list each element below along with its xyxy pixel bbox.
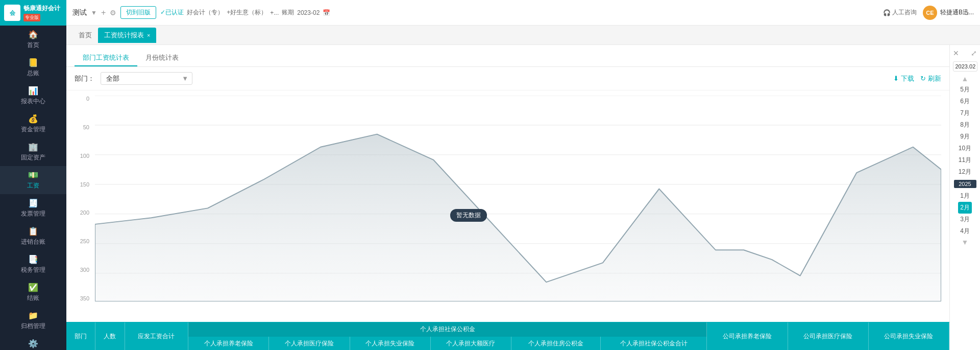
rp-month-10月[interactable]: 10月 bbox=[957, 143, 973, 154]
panel-expand-icon[interactable]: ⤢ bbox=[971, 49, 977, 57]
sidebar-label-invoice: 发票管理 bbox=[21, 209, 45, 218]
y-label-350: 350 bbox=[80, 295, 89, 301]
chart-svg: 暂无数据 bbox=[95, 96, 941, 301]
th-公司承担失业保险: 公司承担失业保险 bbox=[868, 322, 949, 350]
period-label: 账期 bbox=[282, 8, 294, 17]
summary-table: 部门人数应发工资合计个人承担社保公积金公司承担养老保险公司承担医疗保险公司承担失… bbox=[66, 322, 949, 350]
topbar: 测试 ▼ + ⚙ 切到旧版 ✓已认证 好会计（专） +好生意（标） +... 账… bbox=[66, 0, 980, 26]
panel-nav-down[interactable]: ▼ bbox=[950, 238, 980, 246]
tab-salary-report[interactable]: 工资统计报表 × bbox=[98, 28, 156, 43]
sidebar-item-settings[interactable]: ⚙️设置 bbox=[0, 335, 66, 350]
refresh-icon: ↻ bbox=[920, 75, 926, 82]
y-label-50: 50 bbox=[83, 124, 89, 130]
th-personal-个人承担大额医疗: 个人承担大额医疗 bbox=[430, 337, 511, 351]
sidebar-label-checkout: 结账 bbox=[27, 294, 39, 302]
sidebar-item-checkout[interactable]: ✅结账 bbox=[0, 278, 66, 307]
switch-to-old-btn[interactable]: 切到旧版 bbox=[120, 6, 156, 19]
topbar-title: 测试 bbox=[72, 8, 87, 17]
tab-home[interactable]: 首页 bbox=[72, 27, 98, 44]
period-value: 2023-02 bbox=[297, 9, 320, 16]
content-area: 部门工资统计表月份统计表 部门： 全部 ▼ ⬇ 下载 ↻ 刷新 bbox=[66, 45, 980, 350]
invoice-icon: 🧾 bbox=[28, 198, 38, 208]
right-panel-controls: ✕ ⤢ bbox=[950, 49, 980, 57]
download-button[interactable]: ⬇ 下载 bbox=[893, 74, 914, 83]
bottom-table: 部门人数应发工资合计个人承担社保公积金公司承担养老保险公司承担医疗保险公司承担失… bbox=[66, 322, 949, 350]
year-2025-label: 2025 bbox=[954, 180, 976, 188]
help-button[interactable]: 🎧 人工咨询 bbox=[883, 8, 917, 17]
tab-close-icon[interactable]: × bbox=[147, 32, 150, 38]
home-icon: 🏠 bbox=[28, 30, 38, 39]
topbar-right: 🎧 人工咨询 CE 轻捷通B迅... bbox=[883, 6, 974, 20]
account-type2: +好生意（标） bbox=[227, 8, 267, 17]
rp-month-5月[interactable]: 5月 bbox=[957, 84, 973, 96]
sidebar-label-tax: 税务管理 bbox=[21, 266, 45, 274]
y-label-200: 200 bbox=[80, 209, 89, 216]
user-menu[interactable]: CE 轻捷通B迅... bbox=[923, 6, 974, 20]
right-panel: ✕ ⤢ 2023.02 ▲ 5月6月7月8月9月10月11月12月 2025 1… bbox=[949, 45, 980, 350]
y-label-250: 250 bbox=[80, 238, 89, 244]
sidebar-item-sales[interactable]: 📋进销台账 bbox=[0, 222, 66, 250]
th-部门: 部门 bbox=[66, 322, 95, 350]
y-axis: 350300250200150100500 bbox=[75, 96, 92, 301]
th-应发工资合计: 应发工资合计 bbox=[125, 322, 188, 350]
sidebar: 会 畅康通好会计 专业版 🏠首页📒总账📊报表中心💰资金管理🏢固定资产💵工资🧾发票… bbox=[0, 0, 66, 350]
ledger-icon: 📒 bbox=[28, 58, 38, 67]
user-name: 轻捷通B迅... bbox=[940, 8, 974, 17]
th-公司承担医疗保险: 公司承担医疗保险 bbox=[788, 322, 868, 350]
calendar-icon[interactable]: 📅 bbox=[323, 9, 330, 16]
sidebar-item-home[interactable]: 🏠首页 bbox=[0, 26, 66, 54]
topbar-chevron-icon[interactable]: ▼ bbox=[91, 9, 97, 16]
th-公司承担养老保险: 公司承担养老保险 bbox=[707, 322, 788, 350]
sidebar-item-salary[interactable]: 💵工资 bbox=[0, 166, 66, 194]
sidebar-label-home: 首页 bbox=[27, 41, 39, 50]
panel-close-icon[interactable]: ✕ bbox=[953, 49, 959, 57]
sidebar-item-reports[interactable]: 📊报表中心 bbox=[0, 82, 66, 110]
account-type3: +... bbox=[270, 9, 279, 16]
rp-month-7月[interactable]: 7月 bbox=[957, 107, 973, 119]
th-personal-个人承担住房公积金: 个人承担住房公积金 bbox=[511, 337, 600, 351]
assets-icon: 🏢 bbox=[28, 142, 38, 152]
y-label-0: 0 bbox=[86, 96, 89, 102]
funds-icon: 💰 bbox=[28, 114, 38, 124]
rp-month-9月[interactable]: 9月 bbox=[957, 131, 973, 143]
subtab-monthly[interactable]: 月份统计表 bbox=[137, 50, 187, 66]
dept-select[interactable]: 全部 bbox=[101, 72, 192, 85]
dept-label: 部门： bbox=[75, 74, 94, 83]
subtabs: 部门工资统计表月份统计表 bbox=[66, 45, 949, 67]
account-type1: 好会计（专） bbox=[187, 8, 224, 17]
tax-icon: 📑 bbox=[28, 254, 38, 264]
main-content: 测试 ▼ + ⚙ 切到旧版 ✓已认证 好会计（专） +好生意（标） +... 账… bbox=[66, 0, 980, 350]
rp-month-6月[interactable]: 6月 bbox=[957, 96, 973, 107]
sidebar-item-archive[interactable]: 📁归档管理 bbox=[0, 307, 66, 335]
sidebar-label-sales: 进销台账 bbox=[21, 238, 45, 246]
rp-month-2025-4月[interactable]: 4月 bbox=[958, 225, 972, 237]
sidebar-item-tax[interactable]: 📑税务管理 bbox=[0, 250, 66, 278]
rp-month-2025-2月[interactable]: 2月 bbox=[958, 202, 972, 214]
refresh-button[interactable]: ↻ 刷新 bbox=[920, 74, 941, 83]
y-label-150: 150 bbox=[80, 181, 89, 188]
rp-month-11月[interactable]: 11月 bbox=[957, 154, 973, 166]
rp-month-12月[interactable]: 12月 bbox=[957, 166, 973, 178]
sidebar-item-assets[interactable]: 🏢固定资产 bbox=[0, 138, 66, 166]
dept-select-wrap: 全部 ▼ bbox=[101, 72, 192, 85]
subtab-dept[interactable]: 部门工资统计表 bbox=[75, 50, 137, 66]
rp-month-2025-3月[interactable]: 3月 bbox=[958, 214, 972, 225]
topbar-add-icon[interactable]: + bbox=[101, 8, 106, 17]
sidebar-label-ledger: 总账 bbox=[27, 69, 39, 78]
th-personal-个人承担社保公积金合计: 个人承担社保公积金合计 bbox=[600, 337, 707, 351]
th-personal-个人承担失业保险: 个人承担失业保险 bbox=[350, 337, 430, 351]
tabbar: 首页 工资统计报表 × bbox=[66, 26, 980, 45]
panel-nav-up[interactable]: ▲ bbox=[950, 75, 980, 83]
y-label-100: 100 bbox=[80, 153, 89, 159]
chart-area: 350300250200150100500 bbox=[66, 90, 949, 322]
th-personal-个人承担医疗保险: 个人承担医疗保险 bbox=[269, 337, 350, 351]
rp-month-8月[interactable]: 8月 bbox=[957, 119, 973, 131]
sidebar-item-ledger[interactable]: 📒总账 bbox=[0, 54, 66, 82]
archive-icon: 📁 bbox=[28, 311, 38, 320]
toolbar: 部门： 全部 ▼ ⬇ 下载 ↻ 刷新 bbox=[66, 67, 949, 90]
rp-month-2025-1月[interactable]: 1月 bbox=[958, 190, 972, 202]
topbar-settings-icon[interactable]: ⚙ bbox=[110, 9, 116, 17]
sidebar-item-invoice[interactable]: 🧾发票管理 bbox=[0, 194, 66, 222]
th-personal-group: 个人承担社保公积金 bbox=[188, 322, 707, 337]
sidebar-item-funds[interactable]: 💰资金管理 bbox=[0, 110, 66, 138]
